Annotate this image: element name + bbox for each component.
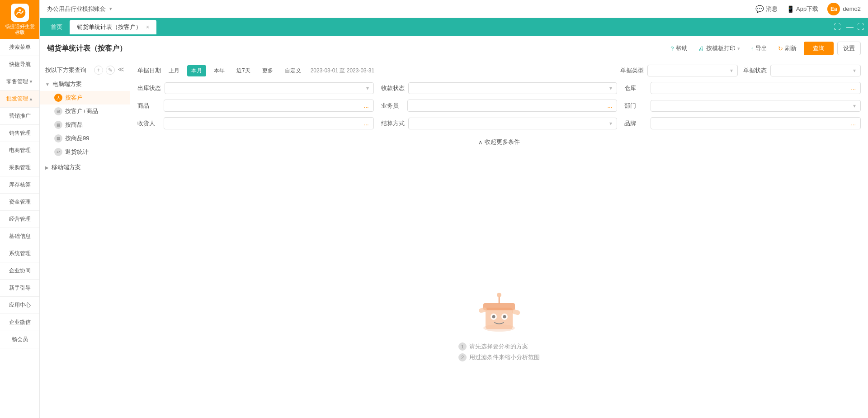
sidebar-item-search[interactable]: 搜索菜单 bbox=[0, 39, 39, 56]
brand-more-icon[interactable]: ... bbox=[851, 120, 856, 127]
department-arrow-icon: ▾ bbox=[853, 103, 856, 109]
tip-item-2: 2 用过滤条件来缩小分析范围 bbox=[458, 353, 540, 361]
doc-status-label: 单据状态 bbox=[743, 66, 767, 75]
sidebar-item-system[interactable]: 系统管理 bbox=[0, 245, 39, 262]
mobile-group[interactable]: ▶ 移动端方案 bbox=[40, 161, 130, 174]
out-status-label: 出库状态 bbox=[137, 84, 161, 92]
tab-home[interactable]: 首页 bbox=[43, 20, 70, 34]
sidebar-item-newbie[interactable]: 新手引导 bbox=[0, 280, 39, 297]
print-dropdown-icon[interactable]: ▾ bbox=[737, 46, 740, 52]
product-input[interactable]: ... bbox=[164, 100, 374, 112]
doc-status-select[interactable]: ▾ bbox=[770, 65, 861, 76]
warehouse-input[interactable]: ... bbox=[651, 82, 861, 94]
recipient-more-icon[interactable]: ... bbox=[364, 120, 369, 127]
scheme-item-by-customer-product[interactable]: ⊞ 按客户+商品 bbox=[40, 104, 130, 118]
tab-close-icon[interactable]: × bbox=[146, 24, 149, 30]
scheme-item-return-stats[interactable]: ↩ 退货统计 bbox=[40, 145, 130, 159]
scheme-item-by-product[interactable]: ▦ 按商品 bbox=[40, 118, 130, 132]
tab-expand-icon[interactable]: ⛶ bbox=[830, 23, 844, 31]
query-button[interactable]: 查询 bbox=[804, 42, 834, 55]
tab-window-controls: — ⛶ bbox=[846, 23, 864, 31]
tab-fullscreen-icon[interactable]: ⛶ bbox=[857, 23, 864, 31]
sidebar-item-marketing[interactable]: 营销推广 bbox=[0, 108, 39, 125]
settings-button[interactable]: 设置 bbox=[837, 42, 861, 55]
help-btn[interactable]: ? 帮助 bbox=[667, 43, 691, 54]
sidebar-item-operations[interactable]: 经营管理 bbox=[0, 211, 39, 228]
user-btn[interactable]: Ea demo2 bbox=[827, 3, 861, 15]
scheme-item-by-product99[interactable]: ▦ 按商品99 bbox=[40, 132, 130, 145]
sidebar-item-wechat[interactable]: 企业微信 bbox=[0, 314, 39, 331]
department-label: 部门 bbox=[624, 102, 647, 110]
out-status-arrow-icon: ▾ bbox=[366, 85, 369, 91]
date-btn-this-month[interactable]: 本月 bbox=[187, 65, 206, 76]
filter-product: 商品 ... bbox=[137, 100, 374, 112]
doc-status-arrow-icon: ▾ bbox=[853, 67, 856, 74]
return-stats-icon: ↩ bbox=[54, 148, 62, 156]
date-btn-more[interactable]: 更多 bbox=[258, 65, 277, 76]
refresh-btn[interactable]: ↻ 刷新 bbox=[774, 43, 800, 54]
logo-area[interactable]: 畅捷通好生意 标版 bbox=[0, 0, 39, 39]
export-btn[interactable]: ↑ 导出 bbox=[747, 43, 771, 54]
out-status-select[interactable]: ▾ bbox=[165, 82, 374, 94]
sidebar-item-inventory[interactable]: 库存核算 bbox=[0, 176, 39, 194]
empty-illustration bbox=[472, 283, 526, 337]
doc-type-select[interactable]: ▾ bbox=[647, 65, 738, 76]
warehouse-more-icon[interactable]: ... bbox=[851, 85, 856, 91]
department-select[interactable]: ▾ bbox=[651, 100, 861, 112]
avatar: Ea bbox=[827, 3, 840, 15]
export-icon: ↑ bbox=[751, 45, 754, 52]
scheme-add-icon[interactable]: + bbox=[94, 66, 103, 75]
settlement-arrow-icon: ▾ bbox=[609, 120, 612, 127]
filter-row-4: 收货人 ... 结算方式 ▾ bbox=[137, 117, 861, 129]
scheme-collapse-btn[interactable]: ≪ bbox=[118, 66, 124, 75]
sidebar-item-finance[interactable]: 资金管理 bbox=[0, 194, 39, 211]
warehouse-label: 仓库 bbox=[624, 84, 647, 92]
messages-btn[interactable]: 💬 消息 bbox=[755, 5, 778, 13]
brand-input[interactable]: ... bbox=[651, 117, 861, 129]
date-btn-last7days[interactable]: 近7天 bbox=[232, 65, 255, 76]
product-more-icon[interactable]: ... bbox=[364, 102, 369, 109]
sidebar-item-enterprise[interactable]: 企业协同 bbox=[0, 262, 39, 280]
tab-minimize-icon[interactable]: — bbox=[846, 23, 854, 31]
desktop-group-title[interactable]: ▼ 电脑端方案 bbox=[40, 77, 130, 91]
scheme-item-by-customer[interactable]: 人 按客户 bbox=[40, 91, 130, 104]
collapse-more-btn[interactable]: ∧ 收起更多条件 bbox=[137, 135, 861, 149]
sidebar-item-retail[interactable]: 零售管理 ▼ bbox=[0, 73, 39, 90]
industry-dropdown-icon[interactable]: ▾ bbox=[109, 6, 112, 12]
sidebar-item-wholesale[interactable]: 批发管理 ▲ bbox=[0, 90, 39, 108]
sidebar-item-member[interactable]: 畅会员 bbox=[0, 331, 39, 348]
svg-rect-4 bbox=[483, 303, 515, 310]
date-btn-last-month[interactable]: 上月 bbox=[165, 65, 184, 76]
settlement-select[interactable]: ▾ bbox=[408, 118, 618, 129]
scheme-header: 按以下方案查询 + ✎ ≪ bbox=[40, 63, 130, 77]
page-header-actions: ? 帮助 🖨 按模板打印 ▾ ↑ 导出 ↻ 刷新 查询 设置 bbox=[667, 42, 861, 55]
receipt-status-select[interactable]: ▾ bbox=[408, 82, 618, 94]
return-stats-label: 退货统计 bbox=[65, 148, 124, 156]
tab-sales-stats[interactable]: 销货单统计表（按客户） × bbox=[70, 20, 156, 34]
sidebar-item-sales[interactable]: 销售管理 bbox=[0, 125, 39, 142]
date-btn-custom[interactable]: 自定义 bbox=[281, 65, 305, 76]
date-btn-this-year[interactable]: 本年 bbox=[210, 65, 229, 76]
desktop-scheme-group: ▼ 电脑端方案 人 按客户 ⊞ 按客户+商品 ▦ 按商品 bbox=[40, 77, 130, 159]
product-label: 商品 bbox=[137, 102, 160, 110]
svg-rect-3 bbox=[486, 308, 513, 329]
sidebar-item-appcenter[interactable]: 应用中心 bbox=[0, 297, 39, 314]
app-download-btn[interactable]: 📱 App下载 bbox=[787, 5, 818, 13]
sidebar-item-ecommerce[interactable]: 电商管理 bbox=[0, 142, 39, 159]
salesperson-more-icon[interactable]: ... bbox=[607, 102, 612, 109]
by-customer-product-icon: ⊞ bbox=[54, 107, 62, 115]
sidebar-item-purchase[interactable]: 采购管理 bbox=[0, 159, 39, 176]
filter-area: 单据日期 上月 本月 本年 近7天 更多 自定义 2023-03-01 至 20… bbox=[130, 59, 868, 226]
tip-text-1: 请先选择要分析的方案 bbox=[469, 342, 528, 351]
salesperson-input[interactable]: ... bbox=[407, 100, 618, 112]
print-btn[interactable]: 🖨 按模板打印 ▾ bbox=[695, 43, 744, 54]
svg-point-7 bbox=[492, 315, 495, 318]
tip-number-2: 2 bbox=[458, 353, 467, 361]
filter-doc-status: 单据状态 ▾ bbox=[743, 65, 861, 76]
filter-row-1: 单据日期 上月 本月 本年 近7天 更多 自定义 2023-03-01 至 20… bbox=[137, 65, 861, 76]
sidebar-item-basic[interactable]: 基础信息 bbox=[0, 228, 39, 245]
recipient-input[interactable]: ... bbox=[164, 117, 374, 129]
mobile-group-label: 移动端方案 bbox=[52, 163, 81, 171]
sidebar-item-quicknav[interactable]: 快捷导航 bbox=[0, 56, 39, 73]
scheme-edit-icon[interactable]: ✎ bbox=[106, 66, 115, 75]
